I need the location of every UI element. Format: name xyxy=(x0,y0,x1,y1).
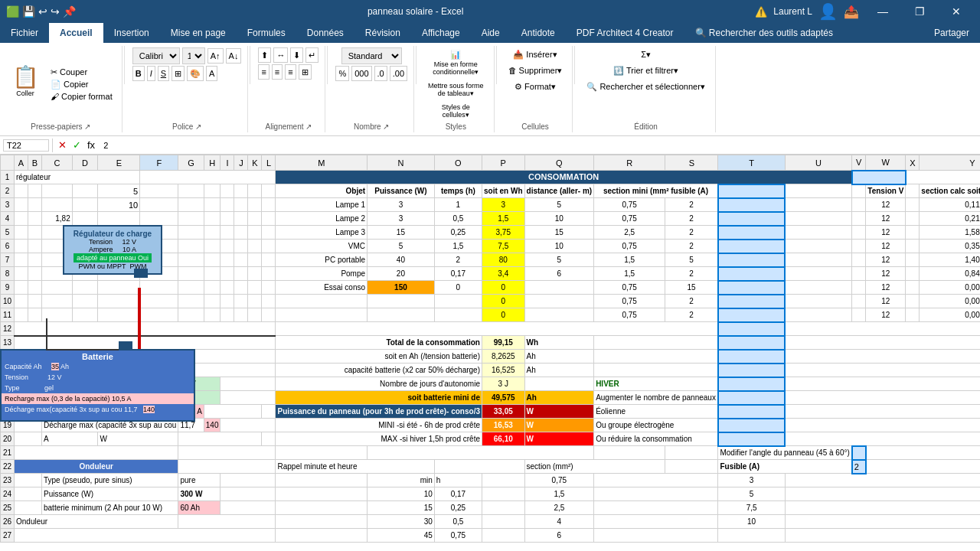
tab-search-tools[interactable]: 🔍 Rechercher des outils adaptés xyxy=(684,23,844,43)
tab-formules[interactable]: Formules xyxy=(237,23,296,43)
undo-icon[interactable]: ↩ xyxy=(38,5,47,18)
insert-button[interactable]: 📥 Insérer▾ xyxy=(509,47,560,62)
font-size-select[interactable]: 11 xyxy=(182,47,205,64)
align-left-button[interactable]: ≡ xyxy=(258,64,269,80)
col-x[interactable]: X xyxy=(906,155,920,171)
tab-affichage[interactable]: Affichage xyxy=(411,23,471,43)
align-center-button[interactable]: ≡ xyxy=(272,64,283,80)
col-l[interactable]: L xyxy=(262,155,276,171)
table-row: 1 régulateur CONSOMMATION DONNÉES COMPLÉ… xyxy=(1,171,981,184)
tab-partager[interactable]: Partager xyxy=(923,23,980,43)
redo-icon[interactable]: ↪ xyxy=(51,5,60,18)
conditional-format-button[interactable]: 📊 Mise en formeconditionnelle▾ xyxy=(429,47,482,78)
find-select-button[interactable]: 🔍 Rechercher et sélectionner▾ xyxy=(583,80,709,94)
align-right-button[interactable]: ≡ xyxy=(285,64,296,80)
decimal-inc-button[interactable]: .0 xyxy=(374,66,387,81)
col-s[interactable]: S xyxy=(665,155,718,171)
col-a[interactable]: A xyxy=(15,155,28,171)
cell-m1-consomm[interactable]: CONSOMMATION xyxy=(276,171,852,184)
col-t[interactable]: T xyxy=(718,155,785,171)
align-top-button[interactable]: ⬆ xyxy=(258,47,271,63)
border-button[interactable]: ⊞ xyxy=(172,66,185,81)
col-p[interactable]: P xyxy=(482,155,524,171)
table-row: 26 Onduleur 30 0,5 4 10 xyxy=(1,515,981,529)
tab-mise-en-page[interactable]: Mise en page xyxy=(160,23,237,43)
restore-button[interactable]: ❐ xyxy=(902,0,937,23)
col-d[interactable]: D xyxy=(72,155,98,171)
align-bottom-button[interactable]: ⬇ xyxy=(290,47,303,63)
confirm-formula-icon[interactable]: ✓ xyxy=(70,139,83,152)
col-y[interactable]: Y xyxy=(920,155,980,171)
decimal-dec-button[interactable]: .00 xyxy=(390,66,407,81)
tab-accueil[interactable]: Accueil xyxy=(49,23,103,43)
tab-donnees[interactable]: Données xyxy=(296,23,354,43)
bold-button[interactable]: B xyxy=(132,66,145,81)
tab-pdf[interactable]: PDF Architect 4 Creator xyxy=(566,23,684,43)
col-w[interactable]: W xyxy=(866,155,906,171)
col-q[interactable]: Q xyxy=(524,155,594,171)
col-e[interactable]: E xyxy=(98,155,140,171)
col-i[interactable]: I xyxy=(220,155,234,171)
col-f[interactable]: F xyxy=(140,155,178,171)
sum-button[interactable]: Σ▾ xyxy=(637,47,655,62)
col-m[interactable]: M xyxy=(276,155,368,171)
tab-fichier[interactable]: Fichier xyxy=(0,23,49,43)
tab-insertion[interactable]: Insertion xyxy=(103,23,160,43)
formula-input[interactable] xyxy=(100,140,977,151)
percent-button[interactable]: % xyxy=(335,66,349,81)
avatar-icon: 👤 xyxy=(818,2,838,21)
copy-button[interactable]: 📄 Copier xyxy=(47,79,116,90)
close-button[interactable]: ✕ xyxy=(939,0,974,23)
cell-v1[interactable] xyxy=(906,171,980,184)
insert-function-icon[interactable]: fx xyxy=(85,139,97,152)
cell-styles-button[interactable]: Styles decellules▾ xyxy=(438,101,474,121)
col-v[interactable]: V xyxy=(852,155,866,171)
col-j[interactable]: J xyxy=(234,155,248,171)
col-h[interactable]: H xyxy=(204,155,220,171)
font-size-up[interactable]: A↑ xyxy=(207,48,224,64)
italic-button[interactable]: I xyxy=(147,66,155,81)
format-copy-button[interactable]: 🖌 Copier format xyxy=(47,91,116,102)
align-middle-button[interactable]: ↔ xyxy=(273,47,288,63)
fill-color-button[interactable]: 🎨 xyxy=(187,66,204,81)
tab-aide[interactable]: Aide xyxy=(471,23,511,43)
group-styles: 📊 Mise en formeconditionnelle▾ Mettre so… xyxy=(418,46,495,132)
col-u[interactable]: U xyxy=(785,155,851,171)
table-row: 12 xyxy=(1,322,981,336)
table-row: 23 Type (pseudo, pure sinus) pure min h … xyxy=(1,474,981,487)
cell-reference-input[interactable] xyxy=(3,139,49,152)
table-format-button[interactable]: Mettre sous formede tableau▾ xyxy=(424,80,488,99)
number-format-select[interactable]: Standard Nombre Monétaire xyxy=(341,47,402,64)
save-icon[interactable]: 💾 xyxy=(22,5,35,18)
merge-button[interactable]: ⊞ xyxy=(299,64,312,80)
cell-a1[interactable]: régulateur xyxy=(15,171,140,184)
col-r[interactable]: R xyxy=(594,155,665,171)
cell-f1[interactable] xyxy=(140,171,276,184)
col-o[interactable]: O xyxy=(434,155,482,171)
tab-antidote[interactable]: Antidote xyxy=(511,23,566,43)
col-k[interactable]: K xyxy=(248,155,262,171)
formula-bar: ✕ ✓ fx xyxy=(0,136,980,155)
wrap-text-button[interactable]: ↵ xyxy=(305,47,318,63)
cancel-formula-icon[interactable]: ✕ xyxy=(56,139,69,152)
table-row: 21 Modifier l'angle du panneau (45 à 60°… xyxy=(1,446,981,460)
tab-revision[interactable]: Révision xyxy=(354,23,411,43)
delete-button[interactable]: 🗑 Supprimer▾ xyxy=(505,64,567,78)
paste-button[interactable]: 📋 Coller xyxy=(6,64,44,104)
col-c[interactable]: C xyxy=(42,155,73,171)
font-color-button[interactable]: A xyxy=(206,66,217,81)
thousands-button[interactable]: 000 xyxy=(351,66,371,81)
underline-button[interactable]: S xyxy=(158,66,169,81)
table-row: 5 2,5 Lampe 3 15 0,25 3,75 15 2,5 2 12 xyxy=(1,226,981,240)
cut-button[interactable]: ✂ Couper xyxy=(47,67,116,78)
format-button[interactable]: ⚙ Format▾ xyxy=(511,80,560,94)
col-n[interactable]: N xyxy=(368,155,435,171)
font-family-select[interactable]: Calibri xyxy=(132,47,180,64)
minimize-button[interactable]: — xyxy=(865,0,900,23)
group-presse-papiers: 📋 Coller ✂ Couper 📄 Copier 🖌 Copier form… xyxy=(0,46,122,132)
cell-t1-selected[interactable] xyxy=(852,171,906,184)
font-size-down[interactable]: A↓ xyxy=(226,48,242,64)
sort-filter-button[interactable]: 🔃 Trier et filtrer▾ xyxy=(609,64,682,78)
col-b[interactable]: B xyxy=(28,155,42,171)
col-g[interactable]: G xyxy=(178,155,204,171)
